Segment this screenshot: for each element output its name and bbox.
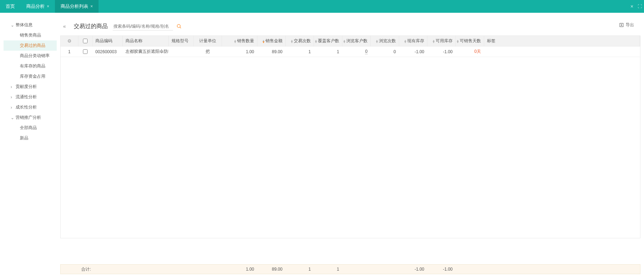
col-browse-cust[interactable]: ▴▾浏览客户数	[342, 36, 371, 46]
total-sales-amt: 89.00	[257, 265, 286, 274]
tab-home[interactable]: 首页	[0, 0, 21, 13]
chevron-right-icon: ›	[11, 84, 14, 89]
close-icon[interactable]: ×	[90, 4, 93, 9]
total-cover-cust: 1	[314, 265, 342, 274]
sidebar-group-liquidity[interactable]: › 流通性分析	[4, 92, 57, 102]
sort-icon: ▴▾	[291, 39, 293, 43]
fullscreen-icon[interactable]: ⛶	[638, 4, 641, 9]
sidebar-item-new-goods[interactable]: 新品	[4, 133, 57, 143]
sidebar-group-marketing[interactable]: ⌄ 营销推广分析	[4, 112, 57, 123]
col-cover-cust-label: 覆盖客户数	[318, 38, 339, 44]
select-all-checkbox[interactable]	[83, 39, 88, 43]
search-icon[interactable]	[177, 24, 182, 29]
col-code[interactable]: 商品编码	[93, 36, 123, 46]
cell-sale-days: 0天	[456, 46, 484, 57]
cell-code: 002600003	[93, 46, 123, 57]
col-browse-cust-label: 浏览客户数	[346, 38, 368, 44]
gear-icon: ⚙	[67, 38, 72, 44]
col-model[interactable]: 规格型号	[169, 36, 194, 46]
cell-stock-avail: -1.00	[427, 46, 456, 57]
col-sales-amt[interactable]: ▴▾销售金额	[257, 36, 286, 46]
sidebar-group-growth[interactable]: › 成长性分析	[4, 102, 57, 112]
chevron-right-icon: ›	[11, 105, 14, 110]
collapse-sidebar-button[interactable]: «	[60, 22, 69, 31]
top-right-controls: × ⛶	[631, 0, 641, 13]
search-input[interactable]	[113, 22, 173, 31]
sidebar-group-overview[interactable]: ⌄ 整体信息	[4, 20, 57, 30]
sort-icon: ▴▾	[404, 39, 406, 43]
col-sale-days[interactable]: ▴▾可销售天数	[456, 36, 484, 46]
sort-icon: ▴▾	[433, 39, 435, 43]
sidebar-group-contribution-label: 贡献度分析	[16, 84, 37, 90]
main-header: « 交易过的商品 导出	[60, 19, 640, 33]
col-unit[interactable]: 计量单位	[194, 36, 222, 46]
col-stock-avail[interactable]: ▴▾可用库存	[427, 36, 456, 46]
svg-line-1	[180, 27, 181, 28]
sidebar-group-overview-label: 整体信息	[16, 22, 33, 28]
sidebar-item-sales-goods[interactable]: 销售类商品	[4, 30, 57, 40]
col-sales-amt-label: 销售金额	[265, 38, 282, 44]
table-body: 1 002600003 左都胶囊五折遮阳伞防晒伞; 把 1.00 89.00 1…	[61, 46, 640, 238]
chevron-down-icon: ⌄	[11, 115, 14, 120]
table-row[interactable]: 1 002600003 左都胶囊五折遮阳伞防晒伞; 把 1.00 89.00 1…	[61, 46, 640, 57]
col-tags[interactable]: 标签	[484, 36, 640, 46]
col-sales-qty-label: 销售数量	[237, 38, 254, 44]
row-select[interactable]	[78, 46, 93, 57]
col-sale-days-label: 可销售天数	[460, 38, 481, 44]
col-sales-qty[interactable]: ▴▾销售数量	[222, 36, 257, 46]
export-icon	[619, 23, 624, 27]
data-table: ⚙ 商品编码 商品名称 规格型号 计量单位 ▴▾销售数量 ▴▾销售金额 ▴▾交易…	[60, 35, 640, 238]
browse-cust-link[interactable]: 0	[365, 49, 368, 54]
total-stock-avail: -1.00	[427, 265, 456, 274]
col-name[interactable]: 商品名称	[123, 36, 169, 46]
row-checkbox[interactable]	[83, 49, 88, 54]
cell-stock-now: -1.00	[399, 46, 427, 57]
total-stock-now: -1.00	[399, 265, 427, 274]
export-label: 导出	[626, 22, 634, 28]
tab-analysis-list[interactable]: 商品分析列表 ×	[55, 0, 99, 13]
row-index: 1	[61, 46, 78, 57]
cell-name: 左都胶囊五折遮阳伞防晒伞;	[123, 46, 169, 57]
col-browse-cnt[interactable]: ▴▾浏览次数	[371, 36, 399, 46]
sidebar-item-all-goods[interactable]: 全部商品	[4, 123, 57, 133]
sort-icon: ▴▾	[263, 39, 264, 43]
cell-cover-cust: 1	[314, 46, 342, 57]
tab-home-label: 首页	[6, 3, 15, 10]
col-model-label: 规格型号	[172, 38, 189, 44]
tab-analysis[interactable]: 商品分析 ×	[21, 0, 55, 13]
col-trade-cnt-label: 交易次数	[294, 38, 311, 44]
select-all-header[interactable]	[78, 36, 93, 46]
sidebar-item-category-turnover[interactable]: 商品分类动销率	[4, 51, 57, 61]
sort-icon: ▴▾	[234, 39, 236, 43]
total-trade-cnt: 1	[286, 265, 314, 274]
col-tags-label: 标签	[487, 38, 495, 44]
sidebar-group-contribution[interactable]: › 贡献度分析	[4, 82, 57, 92]
total-sales-qty: 1.00	[222, 265, 257, 274]
sidebar-item-traded-goods[interactable]: 交易过的商品	[4, 40, 57, 51]
col-cover-cust[interactable]: ▴▾覆盖客户数	[314, 36, 342, 46]
cell-browse-cnt: 0	[371, 46, 399, 57]
col-stock-now[interactable]: ▴▾现有库存	[399, 36, 427, 46]
settings-header[interactable]: ⚙	[61, 36, 78, 46]
sidebar-item-stock-capital[interactable]: 库存资金占用	[4, 71, 57, 82]
cell-trade-cnt: 1	[286, 46, 314, 57]
col-unit-label: 计量单位	[199, 38, 216, 44]
cell-tags	[484, 46, 640, 57]
export-button[interactable]: 导出	[619, 22, 634, 28]
col-browse-cnt-label: 浏览次数	[379, 38, 396, 44]
sidebar-item-instock-goods[interactable]: 有库存的商品	[4, 61, 57, 71]
col-trade-cnt[interactable]: ▴▾交易次数	[286, 36, 314, 46]
cell-sales-amt: 89.00	[257, 46, 286, 57]
col-name-label: 商品名称	[125, 38, 142, 44]
svg-point-0	[177, 24, 180, 27]
close-all-icon[interactable]: ×	[631, 4, 633, 9]
close-icon[interactable]: ×	[47, 4, 49, 9]
page-title: 交易过的商品	[74, 23, 108, 30]
sort-icon: ▴▾	[315, 39, 317, 43]
chevron-down-icon: ⌄	[11, 23, 14, 28]
sidebar-group-marketing-label: 营销推广分析	[16, 115, 41, 121]
col-code-label: 商品编码	[95, 38, 112, 44]
table-footer-totals: 合计: 1.00 89.00 1 1 -1.00 -1.00	[60, 264, 640, 274]
cell-browse-cust[interactable]: 0	[342, 46, 371, 57]
cell-unit: 把	[194, 46, 222, 57]
